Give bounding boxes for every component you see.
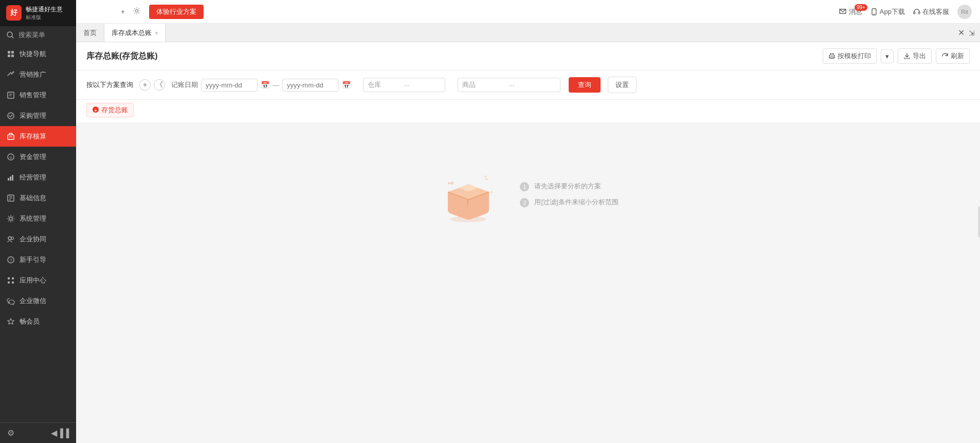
- filter-add-btn[interactable]: ＋: [139, 79, 151, 91]
- tip-text-2: 用[过滤]条件来缩小分析范围: [534, 198, 618, 207]
- page-actions: 按模板打印 ▾ 导出 刷新: [823, 48, 970, 64]
- sidebar-item-guide[interactable]: ? 新手引导: [0, 250, 76, 270]
- sidebar-nav: 快捷导航 营销推广 销售管理 采购管理 库存核算: [0, 44, 76, 422]
- tip-text-1: 请先选择要分析的方案: [534, 182, 601, 191]
- svg-point-6: [13, 71, 14, 73]
- refresh-label: 刷新: [951, 51, 964, 61]
- chevron-down-icon[interactable]: ▾: [121, 8, 124, 15]
- online-service[interactable]: 在线客服: [913, 7, 949, 16]
- notifications[interactable]: 消息 99+: [839, 7, 862, 16]
- sidebar-item-marketing[interactable]: 营销推广: [0, 64, 76, 85]
- svg-rect-40: [830, 57, 833, 58]
- empty-tips: 1 请先选择要分析的方案 2 用[过滤]条件来缩小分析范围: [520, 182, 618, 207]
- svg-rect-38: [919, 12, 920, 14]
- svg-point-22: [9, 217, 12, 220]
- tab-home-label: 首页: [83, 28, 97, 38]
- sidebar-item-enterprise[interactable]: 企业协同: [0, 229, 76, 250]
- sidebar-item-label: 基础信息: [20, 193, 46, 203]
- app-download[interactable]: App下载: [870, 7, 905, 16]
- sidebar-item-purchase[interactable]: 采购管理: [0, 105, 76, 126]
- svg-text:?: ?: [9, 258, 12, 263]
- export-btn[interactable]: 导出: [898, 48, 932, 64]
- inventory-icon: [6, 132, 15, 141]
- purchase-icon: [6, 111, 15, 120]
- filter-goods[interactable]: 商品 ···: [458, 78, 560, 92]
- filter-close-btn[interactable]: 《: [154, 79, 165, 91]
- tab-active-label: 库存成本总账: [112, 28, 152, 38]
- sidebar-item-finance[interactable]: ¥ 资金管理: [0, 147, 76, 167]
- topbar-left: ▾ 体验行业方案: [84, 5, 839, 19]
- svg-rect-7: [8, 92, 14, 98]
- tabbar-close-button[interactable]: ✕: [958, 28, 965, 38]
- sidebar-item-wechat[interactable]: 企业微信: [0, 291, 76, 311]
- filter-warehouse[interactable]: 仓库 ···: [363, 78, 445, 92]
- date-separator: —: [273, 81, 279, 89]
- sidebar-item-quick-nav[interactable]: 快捷导航: [0, 44, 76, 64]
- print-label: 按模板打印: [838, 51, 871, 61]
- svg-line-33: [840, 9, 843, 12]
- topbar: ▾ 体验行业方案 消息 99+ App下载: [76, 0, 980, 24]
- wechat-icon: [6, 296, 15, 306]
- svg-rect-29: [8, 281, 10, 283]
- tip-num-1: 1: [520, 182, 529, 191]
- sidebar-item-inventory[interactable]: 库存核算: [0, 126, 76, 147]
- export-icon: [903, 52, 911, 60]
- empty-illustration: ✦ ✦ !: [438, 164, 499, 225]
- quick-nav-icon: [6, 49, 15, 59]
- sidebar-item-sales[interactable]: 销售管理: [0, 85, 76, 105]
- svg-line-34: [843, 9, 846, 12]
- tab-home[interactable]: 首页: [76, 24, 104, 42]
- sound-icon[interactable]: ◀▐▐: [51, 428, 69, 438]
- industry-btn[interactable]: 体验行业方案: [149, 5, 204, 19]
- search-icon: [6, 31, 14, 39]
- sidebar-item-operations[interactable]: 经营管理: [0, 167, 76, 188]
- app-badge: 标准版: [26, 14, 63, 21]
- svg-marker-31: [8, 318, 14, 324]
- date-end-calendar-icon[interactable]: 📅: [342, 81, 351, 89]
- filter-label: 按以下方案查询: [86, 80, 133, 90]
- tip-num-2: 2: [520, 198, 529, 207]
- svg-rect-16: [10, 176, 11, 181]
- svg-rect-30: [12, 281, 14, 283]
- date-label: 记账日期: [171, 80, 198, 90]
- svg-rect-4: [8, 55, 10, 57]
- print-dropdown-btn[interactable]: ▾: [881, 49, 894, 63]
- sidebar-item-system[interactable]: 系统管理: [0, 208, 76, 229]
- enterprise-icon: [6, 235, 15, 244]
- search-menu-item[interactable]: 搜索菜单: [0, 26, 76, 44]
- setting-btn[interactable]: 设置: [608, 77, 637, 93]
- scheme-item[interactable]: ● 存货总账: [86, 103, 134, 117]
- marketing-icon: [6, 70, 15, 79]
- topbar-gear-icon[interactable]: [133, 7, 141, 16]
- sidebar-item-membership[interactable]: 畅会员: [0, 311, 76, 332]
- headset-icon: [913, 8, 920, 15]
- svg-text:✦: ✦: [447, 181, 451, 186]
- avatar[interactable]: Rit: [957, 5, 972, 19]
- settings-icon[interactable]: ⚙: [7, 428, 14, 438]
- sidebar-item-label: 企业协同: [20, 235, 46, 244]
- svg-text:!: !: [466, 199, 469, 207]
- tab-inventory-ledger[interactable]: 库存成本总账 ×: [104, 24, 166, 42]
- empty-state: ✦ ✦ ! 1 请先选择要分析的方案 2 用[过滤]条件来缩小分析范围: [76, 122, 980, 267]
- empty-state-inner: ✦ ✦ ! 1 请先选择要分析的方案 2 用[过滤]条件来缩小分析范围: [438, 164, 618, 225]
- date-start-input[interactable]: [201, 79, 258, 92]
- refresh-btn[interactable]: 刷新: [936, 48, 970, 64]
- search-btn[interactable]: 查询: [569, 77, 601, 93]
- scroll-handle[interactable]: [978, 206, 980, 237]
- warehouse-more-icon[interactable]: ···: [404, 81, 441, 89]
- svg-rect-37: [914, 12, 915, 14]
- tabbar-expand-button[interactable]: ⇲: [969, 29, 975, 37]
- date-start-calendar-icon[interactable]: 📅: [261, 81, 269, 89]
- filter-area: 按以下方案查询 ＋ 《 记账日期 📅 — 📅 仓库 ···: [76, 70, 980, 100]
- printer-icon: [828, 52, 836, 60]
- svg-rect-17: [12, 175, 13, 181]
- sidebar-item-label: 资金管理: [20, 152, 46, 162]
- tabbar-actions: ✕ ⇲: [953, 28, 980, 38]
- tab-close-icon[interactable]: ×: [155, 30, 158, 36]
- date-end-input[interactable]: [282, 79, 339, 92]
- print-btn[interactable]: 按模板打印: [823, 48, 877, 64]
- sidebar-item-basic-info[interactable]: 基础信息: [0, 188, 76, 208]
- sidebar-item-label: 库存核算: [20, 132, 46, 141]
- goods-more-icon[interactable]: ···: [509, 81, 556, 89]
- sidebar-item-app-center[interactable]: 应用中心: [0, 270, 76, 291]
